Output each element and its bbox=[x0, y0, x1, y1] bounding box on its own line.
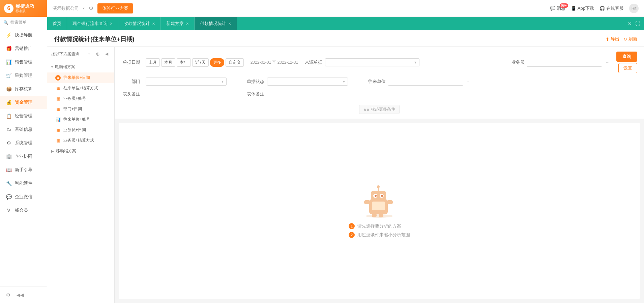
tab-close-cash-flow[interactable]: ✕ bbox=[110, 22, 113, 26]
counterpart-input[interactable] bbox=[388, 77, 456, 85]
svg-rect-11 bbox=[372, 213, 377, 217]
sidebar-item-quick-nav[interactable]: ⚡ 快捷导航 bbox=[0, 28, 47, 42]
scheme-item-dept-date[interactable]: ▦ 部门+日期 bbox=[47, 104, 114, 114]
dept-date-label: 部门+日期 bbox=[63, 106, 82, 112]
tab-payment-stats[interactable]: 付款情况统计✕ bbox=[195, 17, 237, 30]
quick-nav-icon: ⚡ bbox=[5, 32, 12, 38]
scheme-item-unit-account[interactable]: 📊 往来单位+账号 bbox=[47, 114, 114, 125]
export-label: 导出 bbox=[611, 36, 619, 42]
staff-label: 业务员 bbox=[506, 59, 525, 65]
staff-dots[interactable]: ··· bbox=[604, 58, 611, 66]
system-icon: ⚙ bbox=[5, 140, 12, 146]
export-btn[interactable]: ⬆ 导出 bbox=[606, 36, 619, 42]
refresh-btn[interactable]: ↻ 刷新 bbox=[623, 36, 637, 42]
filter-setting-btn[interactable]: 设置 bbox=[618, 63, 637, 73]
online-service-btn[interactable]: 🎧 在线客服 bbox=[599, 5, 624, 11]
sidebar-item-basic[interactable]: 🗂 基础信息 bbox=[0, 123, 47, 136]
tip-text-2: 用过滤条件来缩小分析范围 bbox=[357, 232, 410, 238]
sidebar-item-inventory[interactable]: 📦 库存核算 bbox=[0, 82, 47, 96]
date-btn-this-month[interactable]: 本月 bbox=[161, 58, 175, 67]
collapse-more-btn[interactable]: ∧∧ 收起更多条件 bbox=[359, 105, 400, 114]
service-label: 在线客服 bbox=[606, 5, 624, 11]
staff-date-scheme-icon: ▦ bbox=[55, 127, 61, 133]
sidebar-item-finance[interactable]: 💰 资金管理 bbox=[0, 96, 47, 109]
topbar: 演示数据公司 ▾ ⚙ 体验行业方案 💬 消息 99+ 📱 App下载 🎧 在线客… bbox=[47, 0, 644, 17]
doc-status-chevron-icon: ▾ bbox=[343, 79, 345, 84]
tab-receivable[interactable]: 收款情况统计✕ bbox=[118, 17, 161, 30]
tab-bar: 首页现金银行流水查询✕收款情况统计✕新建方案✕付款情况统计✕ ✕ ⛶ bbox=[47, 17, 644, 30]
tab-close-all-icon[interactable]: ✕ bbox=[628, 21, 632, 26]
tab-close-payment-stats[interactable]: ✕ bbox=[228, 22, 231, 26]
staff-input[interactable] bbox=[527, 58, 595, 66]
sidebar-item-wechat[interactable]: 💬 企业微信 bbox=[0, 190, 47, 204]
sidebar-item-sales[interactable]: 📊 销售管理 bbox=[0, 55, 47, 69]
page-header: 付款情况统计(往来单位+日期) ⬆ 导出 ↻ 刷新 bbox=[47, 30, 644, 47]
user-avatar[interactable]: Rit bbox=[629, 4, 639, 13]
source-select[interactable]: ▾ bbox=[325, 58, 419, 66]
main-area: 演示数据公司 ▾ ⚙ 体验行业方案 💬 消息 99+ 📱 App下载 🎧 在线客… bbox=[47, 0, 644, 303]
tab-new-scheme[interactable]: 新建方案✕ bbox=[161, 17, 195, 30]
svg-rect-10 bbox=[387, 200, 393, 204]
notifications-btn[interactable]: 💬 消息 99+ bbox=[550, 5, 565, 11]
scheme-item-unit-date[interactable]: ● 往来单位+日期 bbox=[47, 72, 114, 83]
staff-date-label: 业务员+日期 bbox=[63, 127, 86, 133]
date-buttons: 上月 本月 本年 近7天 更多 自定义 bbox=[146, 58, 244, 67]
date-btn-this-year[interactable]: 本年 bbox=[177, 58, 191, 67]
date-btn-7days[interactable]: 近7天 bbox=[192, 58, 209, 67]
trial-btn[interactable]: 体验行业方案 bbox=[97, 3, 133, 13]
sidebar-item-guide[interactable]: 📖 新手引导 bbox=[0, 163, 47, 177]
scheme-item-staff-account[interactable]: ▦ 业务员+账号 bbox=[47, 93, 114, 104]
tab-home[interactable]: 首页 bbox=[47, 17, 67, 30]
topbar-gear-icon[interactable]: ⚙ bbox=[89, 5, 93, 11]
sidebar-item-operation[interactable]: 📋 经营管理 bbox=[0, 109, 47, 123]
wechat-icon: 💬 bbox=[5, 193, 12, 200]
sidebar-item-marketing[interactable]: 🎁 营销推广 bbox=[0, 42, 47, 55]
sidebar-item-hardware[interactable]: 🔧 智能硬件 bbox=[0, 177, 47, 190]
scheme-item-staff-settle[interactable]: ▦ 业务员+结算方式 bbox=[47, 135, 114, 146]
scheme-item-unit-settle[interactable]: ▦ 往来单位+结算方式 bbox=[47, 83, 114, 93]
staff-account-scheme-icon: ▦ bbox=[55, 96, 61, 101]
sidebar-search[interactable]: 🔍 搜索菜单 bbox=[0, 17, 47, 28]
topbar-right: 💬 消息 99+ 📱 App下载 🎧 在线客服 Rit bbox=[550, 4, 639, 13]
tab-cash-flow[interactable]: 现金银行流水查询✕ bbox=[67, 17, 118, 30]
dept-select[interactable]: ▾ bbox=[146, 78, 227, 86]
mobile-group-header[interactable]: ▶ 移动端方案 bbox=[47, 146, 114, 157]
sidebar-item-purchase[interactable]: 🛒 采购管理 bbox=[0, 69, 47, 82]
collapse-sidebar-icon[interactable]: ◀◀ bbox=[16, 290, 25, 300]
scheme-item-staff-date[interactable]: ▦ 业务员+日期 bbox=[47, 125, 114, 135]
sidebar-item-enterprise[interactable]: 🏢 企业协同 bbox=[0, 150, 47, 163]
tab-close-new-scheme[interactable]: ✕ bbox=[186, 22, 189, 26]
scheme-panel: 按以下方案查询 ＋ ⊕ ◀ ▾ 电脑端方案 ● 往来单位+日期 ▦ 往来单位+结… bbox=[47, 47, 115, 303]
empty-tip-row-2: 2 用过滤条件来缩小分析范围 bbox=[349, 232, 410, 238]
tabbar-right-actions: ✕ ⛶ bbox=[624, 17, 644, 30]
scheme-settings-icon[interactable]: ⊕ bbox=[94, 50, 101, 58]
company-chevron-icon[interactable]: ▾ bbox=[83, 6, 85, 10]
system-label: 系统管理 bbox=[15, 140, 32, 146]
tab-close-receivable[interactable]: ✕ bbox=[152, 22, 155, 26]
header-note-label: 表头备注 bbox=[121, 91, 140, 97]
add-scheme-icon[interactable]: ＋ bbox=[85, 50, 93, 58]
sidebar-logo: 6 畅捷通巧 标准版 bbox=[0, 0, 47, 17]
tab-expand-icon[interactable]: ⛶ bbox=[635, 21, 640, 26]
date-range-text: 2022-01-01 至 2022-12-31 bbox=[251, 60, 298, 65]
header-note-input[interactable] bbox=[146, 90, 223, 97]
desktop-group-header[interactable]: ▾ 电脑端方案 bbox=[47, 61, 114, 72]
empty-state-illustration bbox=[359, 184, 400, 218]
settings-icon[interactable]: ⚙ bbox=[3, 290, 13, 300]
doc-status-select[interactable]: ▾ bbox=[267, 78, 348, 86]
sidebar-item-system[interactable]: ⚙ 系统管理 bbox=[0, 136, 47, 150]
date-btn-last-month[interactable]: 上月 bbox=[146, 58, 160, 67]
counterpart-dots[interactable]: ··· bbox=[465, 78, 472, 86]
sidebar-item-vip[interactable]: V 畅会员 bbox=[0, 204, 47, 217]
collapse-scheme-icon[interactable]: ◀ bbox=[103, 50, 110, 58]
body-note-input[interactable] bbox=[267, 90, 345, 97]
doc-status-label: 单据状态 bbox=[245, 79, 264, 85]
date-btn-more[interactable]: 更多 bbox=[210, 58, 224, 67]
quick-nav-label: 快捷导航 bbox=[15, 32, 32, 38]
query-btn[interactable]: 查询 bbox=[616, 52, 637, 62]
search-label: 搜索菜单 bbox=[10, 20, 27, 25]
dept-date-scheme-icon: ▦ bbox=[55, 107, 61, 112]
service-icon: 🎧 bbox=[599, 6, 605, 11]
app-download-btn[interactable]: 📱 App下载 bbox=[571, 5, 594, 11]
date-btn-custom[interactable]: 自定义 bbox=[226, 58, 244, 67]
